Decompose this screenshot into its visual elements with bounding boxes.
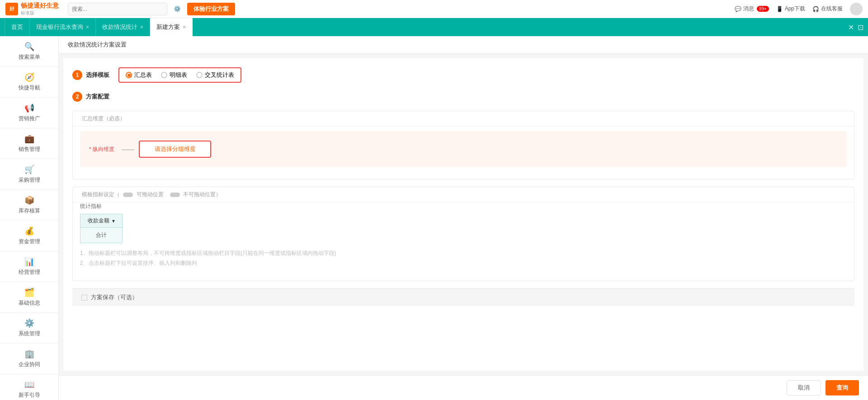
main-card: 1 选择模板 汇总表 明细表 交叉统计表 [63, 58, 863, 371]
sidebar-item-guide-label: 新手引导 [19, 391, 40, 399]
tab-home[interactable]: 首页 [5, 18, 30, 36]
trial-button[interactable]: 体验行业方案 [187, 3, 235, 15]
search-bar[interactable] [68, 3, 167, 15]
message-badge: 99+ [757, 6, 769, 12]
metrics-config-section: 模板指标设定（ 可拖动位置 不可拖动位置） 统计指标 收款金额 ▾ [72, 187, 854, 281]
save-checkbox[interactable] [81, 295, 87, 301]
sidebar-item-inventory[interactable]: 📦 库存核算 [0, 190, 58, 221]
tab-cash-bank-label: 现金银行流水查询 [36, 23, 83, 31]
section2-num: 2 [72, 92, 82, 102]
tab-home-label: 首页 [11, 23, 23, 31]
query-button[interactable]: 查询 [826, 380, 859, 395]
sidebar-item-nav-label: 快捷导航 [19, 84, 40, 92]
sidebar-item-management[interactable]: 📊 经营管理 [0, 251, 58, 282]
marketing-icon: 📢 [24, 103, 34, 113]
management-icon: 📊 [24, 257, 34, 267]
online-service-button[interactable]: 🎧 在线客服 [812, 5, 843, 13]
sidebar-item-basic-info[interactable]: 🗂️ 基础信息 [0, 282, 58, 313]
sidebar-item-nav[interactable]: 🧭 快捷导航 [0, 67, 58, 98]
sidebar-item-basic-info-label: 基础信息 [19, 299, 40, 307]
sidebar-item-search-label: 搜索菜单 [19, 53, 40, 61]
logo-text: 畅捷通好生意 [21, 2, 59, 10]
main-layout: 🔍 搜索菜单 🧭 快捷导航 📢 营销推广 💼 销售管理 🛒 采购管理 📦 库存核… [0, 36, 868, 400]
sidebar-item-sales[interactable]: 💼 销售管理 [0, 128, 58, 159]
toggle-nondraggable[interactable] [170, 193, 180, 197]
sidebar-item-inventory-label: 库存核算 [19, 207, 40, 215]
maximize-icon[interactable]: ⊡ [858, 23, 863, 32]
sidebar-item-finance[interactable]: 💰 资金管理 [0, 221, 58, 251]
top-bar: 好 畅捷通好生意 标准版 ⚙️ 体验行业方案 💬 消息 99+ 📱 App下载 … [0, 0, 868, 18]
template-radio-group: 汇总表 明细表 交叉统计表 [118, 67, 241, 83]
metrics-label: 统计指标 [80, 202, 847, 210]
download-icon: 📱 [776, 6, 783, 12]
logo-icon: 好 [5, 3, 18, 15]
radio-summary-label: 汇总表 [134, 71, 152, 79]
guide-icon: 📖 [24, 380, 34, 390]
app-download-button[interactable]: 📱 App下载 [776, 5, 805, 13]
tab-cash-bank-close[interactable]: × [86, 24, 89, 30]
logo: 好 畅捷通好生意 标准版 [5, 2, 64, 16]
metrics-col-amount: 收款金额 ▾ 合计 [80, 214, 123, 243]
sales-icon: 💼 [24, 134, 34, 144]
save-label: 方案保存（可选） [91, 293, 138, 301]
tab-cash-bank[interactable]: 现金银行流水查询 × [30, 18, 96, 36]
nav-icon: 🧭 [24, 72, 34, 82]
save-option-footer: 方案保存（可选） [72, 288, 854, 306]
sidebar-item-management-label: 经营管理 [19, 268, 40, 276]
dimension-config-section: 汇总维度（必选） * 纵向维度 —— 请选择分组维度 [72, 111, 854, 179]
radio-summary[interactable]: 汇总表 [126, 71, 152, 79]
tab-new-plan-close[interactable]: × [183, 24, 186, 30]
sidebar-item-guide[interactable]: 📖 新手引导 [0, 374, 58, 400]
cancel-button[interactable]: 取消 [787, 380, 821, 395]
logo-sub: 标准版 [21, 10, 59, 16]
dimension-label: * 纵向维度 [89, 146, 114, 153]
tab-receipt-stats-close[interactable]: × [140, 24, 143, 30]
nav-tabs: 首页 现金银行流水查询 × 收款情况统计 × 新建方案 × ✕ ⊡ [0, 18, 868, 36]
toggle-draggable[interactable] [123, 193, 133, 197]
hint2: 2、点击标题栏下拉可设置排序、插入列和删除列 [80, 259, 847, 268]
tab-new-plan[interactable]: 新建方案 × [150, 18, 193, 36]
page-title: 收款情况统计方案设置 [68, 41, 127, 48]
hint-section: 1、拖动标题栏可以调整布局，不可跨维度或指标区域拖动栏目字段(只能在同一维度或指… [73, 243, 854, 273]
radio-detail-circle [161, 72, 167, 78]
search-input[interactable] [72, 6, 163, 12]
sidebar-item-system[interactable]: ⚙️ 系统管理 [0, 313, 58, 344]
section-template: 1 选择模板 汇总表 明细表 交叉统计表 [72, 67, 854, 83]
hint1: 1、拖动标题栏可以调整布局，不可跨维度或指标区域拖动栏目字段(只能在同一维度或指… [80, 249, 847, 259]
finance-icon: 💰 [24, 226, 34, 236]
sidebar-item-search[interactable]: 🔍 搜索菜单 [0, 36, 58, 67]
sidebar-item-cooperation[interactable]: 🏢 企业协同 [0, 344, 58, 374]
dimension-arrow: —— [122, 146, 134, 153]
sidebar-item-purchase[interactable]: 🛒 采购管理 [0, 159, 58, 190]
user-avatar[interactable] [850, 3, 863, 15]
sidebar-item-purchase-label: 采购管理 [19, 176, 40, 184]
section2-label: 方案配置 [86, 93, 109, 101]
radio-cross[interactable]: 交叉统计表 [196, 71, 234, 79]
tab-receipt-stats-label: 收款情况统计 [102, 23, 137, 31]
metrics-tag-arrow: ▾ [112, 218, 115, 224]
tab-receipt-stats[interactable]: 收款情况统计 × [96, 18, 150, 36]
sidebar-item-sales-label: 销售管理 [19, 146, 40, 153]
section1-num: 1 [72, 70, 82, 80]
message-button[interactable]: 💬 消息 99+ [735, 5, 769, 13]
sidebar-item-marketing-label: 营销推广 [19, 115, 40, 122]
dimension-area: * 纵向维度 —— 请选择分组维度 [80, 131, 847, 167]
tab-new-plan-label: 新建方案 [156, 23, 180, 31]
close-window-icon[interactable]: ✕ [848, 23, 854, 32]
sidebar-item-marketing[interactable]: 📢 营销推广 [0, 98, 58, 128]
dimension-select[interactable]: 请选择分组维度 [139, 141, 211, 158]
sidebar: 🔍 搜索菜单 🧭 快捷导航 📢 营销推广 💼 销售管理 🛒 采购管理 📦 库存核… [0, 36, 59, 400]
page-header: 收款情况统计方案设置 [59, 36, 868, 54]
radio-detail[interactable]: 明细表 [161, 71, 187, 79]
basic-info-icon: 🗂️ [24, 287, 34, 297]
settings-icon[interactable]: ⚙️ [171, 3, 184, 15]
system-icon: ⚙️ [24, 318, 34, 328]
metrics-container: 收款金额 ▾ 合计 [80, 214, 847, 243]
tab-actions: ✕ ⊡ [848, 23, 868, 32]
dimension-config-title: 汇总维度（必选） [73, 111, 854, 127]
search-menu-icon: 🔍 [24, 42, 34, 52]
bottom-action-bar: 取消 查询 [59, 375, 868, 400]
metrics-section: 统计指标 收款金额 ▾ 合计 [73, 202, 854, 243]
metrics-tag-amount[interactable]: 收款金额 ▾ [80, 214, 123, 228]
purchase-icon: 🛒 [24, 165, 34, 174]
